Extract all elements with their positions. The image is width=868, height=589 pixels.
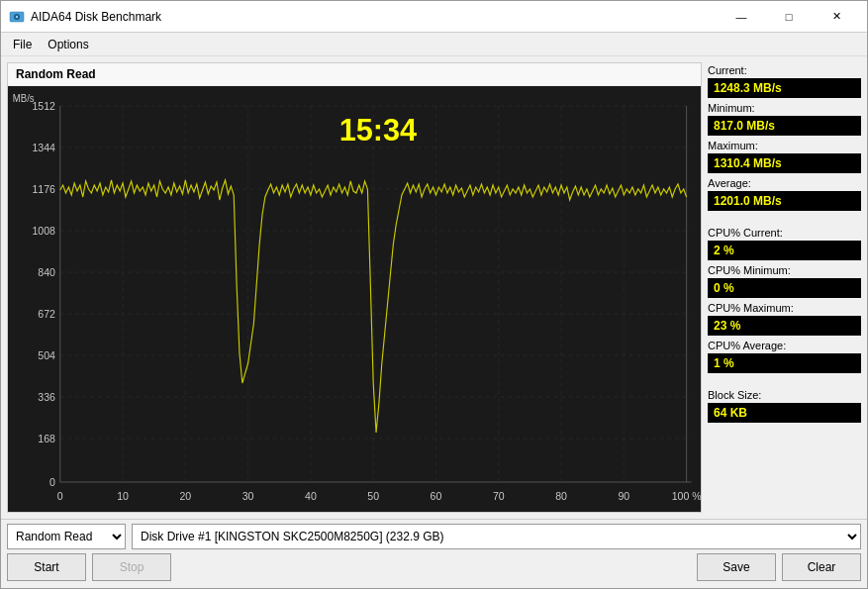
- block-size-stat: Block Size: 64 KB: [708, 389, 861, 423]
- maximum-label: Maximum:: [708, 140, 861, 151]
- svg-text:840: 840: [38, 266, 55, 278]
- block-size-value: 64 KB: [708, 403, 861, 423]
- cpu-minimum-stat: CPU% Minimum: 0 %: [708, 264, 861, 298]
- mode-select[interactable]: Random Read Linear Read Linear Write Ran…: [7, 524, 126, 549]
- bottom-controls: Random Read Linear Read Linear Write Ran…: [7, 524, 861, 549]
- cpu-current-stat: CPU% Current: 2 %: [708, 227, 861, 260]
- chart-title: Random Read: [8, 63, 701, 86]
- app-icon: [9, 9, 25, 25]
- svg-text:MB/s: MB/s: [13, 93, 35, 104]
- chart-panel: Random Read: [7, 62, 702, 513]
- svg-text:1008: 1008: [32, 225, 54, 237]
- svg-text:90: 90: [618, 490, 629, 502]
- chart-area: 1512 1344 1176 1008 840 672 504 336 168 …: [8, 86, 701, 512]
- svg-text:50: 50: [367, 490, 379, 502]
- svg-point-2: [16, 15, 18, 17]
- titlebar: AIDA64 Disk Benchmark — □ ✕: [1, 1, 867, 33]
- svg-text:1344: 1344: [32, 142, 54, 153]
- menubar: File Options: [1, 33, 867, 56]
- save-button[interactable]: Save: [697, 553, 776, 581]
- cpu-maximum-label: CPU% Maximum:: [708, 302, 861, 314]
- chart-svg: 1512 1344 1176 1008 840 672 504 336 168 …: [8, 86, 701, 512]
- svg-text:504: 504: [38, 349, 55, 361]
- cpu-maximum-stat: CPU% Maximum: 23 %: [708, 302, 861, 336]
- svg-text:672: 672: [38, 308, 55, 320]
- cpu-current-value: 2 %: [708, 241, 861, 260]
- bottom-bar: Random Read Linear Read Linear Write Ran…: [1, 519, 867, 588]
- block-size-label: Block Size:: [708, 389, 861, 401]
- current-stat: Current: 1248.3 MB/s: [708, 64, 861, 98]
- main-window: AIDA64 Disk Benchmark — □ ✕ File Options…: [0, 0, 868, 589]
- svg-text:80: 80: [555, 490, 567, 502]
- minimize-button[interactable]: —: [719, 2, 764, 32]
- start-button[interactable]: Start: [7, 553, 86, 581]
- average-label: Average:: [708, 177, 861, 189]
- cpu-current-label: CPU% Current:: [708, 227, 861, 239]
- stop-button[interactable]: Stop: [92, 553, 171, 581]
- titlebar-controls: — □ ✕: [719, 2, 859, 32]
- minimum-value: 817.0 MB/s: [708, 116, 861, 136]
- drive-select[interactable]: Disk Drive #1 [KINGSTON SKC2500M8250G] (…: [132, 524, 861, 549]
- cpu-average-stat: CPU% Average: 1 %: [708, 340, 861, 373]
- svg-text:0: 0: [49, 476, 55, 488]
- maximum-stat: Maximum: 1310.4 MB/s: [708, 140, 861, 173]
- svg-text:70: 70: [493, 490, 505, 502]
- svg-text:30: 30: [242, 490, 254, 502]
- options-menu[interactable]: Options: [40, 36, 96, 53]
- svg-text:168: 168: [38, 433, 55, 444]
- cpu-maximum-value: 23 %: [708, 316, 861, 336]
- clear-button[interactable]: Clear: [782, 553, 861, 581]
- svg-text:0: 0: [57, 490, 63, 502]
- file-menu[interactable]: File: [5, 36, 40, 53]
- svg-text:100 %: 100 %: [672, 490, 701, 502]
- cpu-average-label: CPU% Average:: [708, 340, 861, 351]
- maximize-button[interactable]: □: [766, 2, 812, 32]
- svg-text:20: 20: [179, 490, 191, 502]
- current-value: 1248.3 MB/s: [708, 78, 861, 98]
- stat-divider-1: [708, 215, 861, 223]
- svg-text:40: 40: [305, 490, 317, 502]
- svg-text:1176: 1176: [32, 183, 54, 195]
- maximum-value: 1310.4 MB/s: [708, 153, 861, 173]
- svg-text:1512: 1512: [32, 100, 54, 112]
- svg-rect-3: [8, 86, 701, 512]
- cpu-average-value: 1 %: [708, 353, 861, 373]
- current-label: Current:: [708, 64, 861, 76]
- stats-panel: Current: 1248.3 MB/s Minimum: 817.0 MB/s…: [708, 62, 861, 513]
- average-stat: Average: 1201.0 MB/s: [708, 177, 861, 211]
- cpu-minimum-label: CPU% Minimum:: [708, 264, 861, 276]
- svg-text:15:34: 15:34: [339, 112, 418, 147]
- window-title: AIDA64 Disk Benchmark: [31, 10, 161, 24]
- svg-text:10: 10: [117, 490, 129, 502]
- titlebar-left: AIDA64 Disk Benchmark: [9, 9, 161, 25]
- close-button[interactable]: ✕: [814, 2, 859, 32]
- stat-divider-2: [708, 377, 861, 385]
- btn-bar: Start Stop Save Clear: [7, 553, 861, 581]
- svg-text:60: 60: [431, 490, 442, 502]
- average-value: 1201.0 MB/s: [708, 191, 861, 211]
- cpu-minimum-value: 0 %: [708, 278, 861, 298]
- svg-text:336: 336: [38, 391, 55, 403]
- minimum-stat: Minimum: 817.0 MB/s: [708, 102, 861, 136]
- main-content: Random Read: [1, 56, 867, 519]
- minimum-label: Minimum:: [708, 102, 861, 114]
